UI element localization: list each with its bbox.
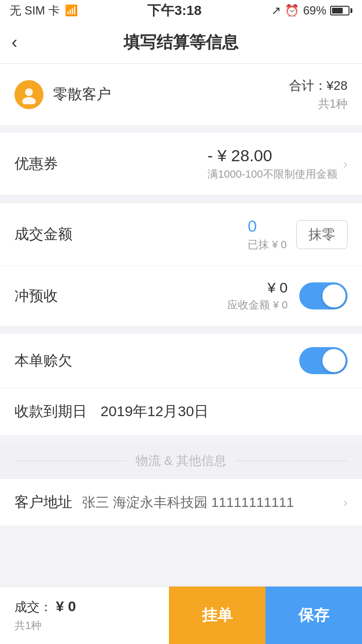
- address-row[interactable]: 客户地址 张三 海淀永丰科技园 11111111111 ›: [0, 479, 362, 526]
- status-time: 下午3:18: [147, 1, 201, 20]
- precollect-label: 冲预收: [14, 286, 58, 306]
- precollect-sub: 应收金额 ¥ 0: [227, 298, 288, 312]
- coupon-amount: - ¥ 28.00: [208, 146, 337, 165]
- debt-label: 本单赊欠: [14, 351, 72, 371]
- bottom-bar: 成交： ¥ 0 共1种 挂单 保存: [0, 586, 362, 644]
- due-date-label: 收款到期日: [14, 403, 87, 419]
- customer-summary: 合计：¥28 共1种: [289, 77, 348, 112]
- svg-point-0: [25, 88, 33, 96]
- debt-section: 本单赊欠 收款到期日 2019年12月30日: [0, 334, 362, 435]
- address-value: 张三 海淀永丰科技园 11111111111: [82, 493, 343, 512]
- coupon-section: 优惠券 - ¥ 28.00 满1000-100不限制使用金额 ›: [0, 133, 362, 196]
- status-left: 无 SIM 卡 📶: [10, 3, 78, 18]
- transaction-amount-row: 成交金额 0 已抹 ¥ 0 抹零: [0, 203, 362, 266]
- battery-icon: [330, 6, 352, 15]
- address-section: 客户地址 张三 海淀永丰科技园 11111111111 ›: [0, 479, 362, 526]
- location-icon: ↗: [271, 4, 281, 17]
- address-label: 客户地址: [14, 492, 72, 512]
- divider-text: 物流 & 其他信息: [136, 452, 226, 469]
- avatar: [14, 80, 43, 109]
- total-count: 共1种: [289, 96, 348, 112]
- customer-name: 零散客户: [53, 84, 111, 104]
- coupon-row[interactable]: 优惠券 - ¥ 28.00 满1000-100不限制使用金额 ›: [0, 133, 362, 196]
- amount-section: 成交金额 0 已抹 ¥ 0 抹零 冲预收 ¥ 0 应收金额 ¥ 0: [0, 203, 362, 326]
- debt-row: 本单赊欠: [0, 334, 362, 388]
- status-bar: 无 SIM 卡 📶 下午3:18 ↗ ⏰ 69%: [0, 0, 362, 21]
- transaction-value-wrap: 0 已抹 ¥ 0: [248, 217, 287, 252]
- debt-toggle-knob: [322, 349, 346, 372]
- alarm-icon: ⏰: [285, 4, 299, 17]
- bottom-count: 共1种: [14, 618, 154, 633]
- precollect-row: 冲预收 ¥ 0 应收金额 ¥ 0: [0, 266, 362, 326]
- divider-left-line: [14, 461, 126, 461]
- coupon-desc: 满1000-100不限制使用金额: [208, 167, 337, 182]
- toggle-knob: [322, 284, 346, 308]
- coupon-right: - ¥ 28.00 满1000-100不限制使用金额 ›: [208, 146, 348, 182]
- divider-section: 物流 & 其他信息: [0, 443, 362, 479]
- save-button[interactable]: 保存: [265, 587, 362, 644]
- coupon-label: 优惠券: [14, 154, 58, 174]
- bottom-info: 成交： ¥ 0 共1种: [0, 587, 169, 644]
- content: 零散客户 合计：¥28 共1种 优惠券 - ¥ 28.00 满1000-100不…: [0, 64, 362, 593]
- precollect-toggle[interactable]: [299, 282, 348, 309]
- svg-point-1: [22, 97, 36, 104]
- customer-row: 零散客户 合计：¥28 共1种: [0, 64, 362, 125]
- total-label: 合计：¥28: [289, 77, 348, 94]
- address-right: ›: [343, 495, 348, 510]
- battery-percent: 69%: [303, 4, 326, 17]
- status-right: ↗ ⏰ 69%: [271, 4, 352, 17]
- deal-amount: ¥ 0: [56, 598, 76, 614]
- deal-label: 成交：: [14, 600, 52, 614]
- precollect-amount: ¥ 0: [227, 280, 288, 296]
- precollect-right: ¥ 0 应收金额 ¥ 0: [227, 280, 348, 312]
- pending-button[interactable]: 挂单: [169, 587, 265, 644]
- precollect-value-wrap: ¥ 0 应收金额 ¥ 0: [227, 280, 288, 312]
- divider-line: 物流 & 其他信息: [14, 452, 348, 469]
- customer-left: 零散客户: [14, 80, 111, 109]
- coupon-info: - ¥ 28.00 满1000-100不限制使用金额: [208, 146, 337, 182]
- transaction-right: 0 已抹 ¥ 0 抹零: [248, 217, 348, 252]
- transaction-sub: 已抹 ¥ 0: [248, 238, 287, 252]
- nav-bar: ‹ 填写结算等信息: [0, 21, 362, 64]
- back-button[interactable]: ‹: [12, 32, 17, 53]
- transaction-label: 成交金额: [14, 224, 72, 244]
- due-date-value: 2019年12月30日: [100, 403, 208, 419]
- address-chevron-icon: ›: [343, 495, 348, 510]
- bottom-deal-row: 成交： ¥ 0: [14, 598, 154, 616]
- wifi-icon: 📶: [65, 4, 78, 17]
- debt-toggle[interactable]: [299, 347, 348, 374]
- chevron-right-icon: ›: [343, 156, 348, 172]
- zero-button[interactable]: 抹零: [296, 220, 348, 249]
- divider-right-line: [236, 461, 348, 461]
- page-title: 填写结算等信息: [124, 31, 238, 54]
- transaction-value: 0: [248, 217, 287, 236]
- due-date-row: 收款到期日 2019年12月30日: [0, 388, 362, 435]
- no-sim-text: 无 SIM 卡: [10, 3, 60, 18]
